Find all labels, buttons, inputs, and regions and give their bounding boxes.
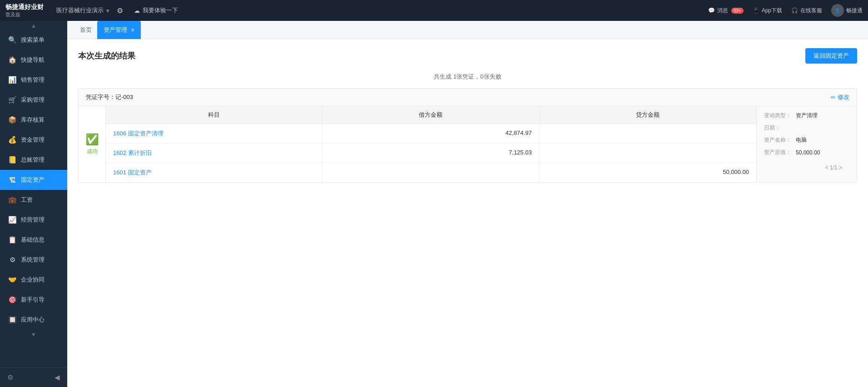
sidebar-settings-button[interactable]: ⚙ <box>7 373 13 382</box>
company-name: 医疗器械行业演示 <box>56 6 104 15</box>
system-icon: ⚙ <box>8 256 16 264</box>
date-row: 日期： <box>764 124 849 132</box>
message-button[interactable]: 💬 消息 99+ <box>708 7 744 15</box>
pagination[interactable]: < 1/1 > <box>764 161 849 174</box>
header-right: 💬 消息 99+ 📱 App下载 🎧 在线客服 👤 畅捷通 <box>708 4 863 17</box>
sidebar-scroll-up[interactable]: ▲ <box>0 21 67 30</box>
table-row: 1601 固定资产 50,000.00 <box>106 163 756 182</box>
voucher-body: ✅ 成功 科目 借方金额 贷方金额 <box>79 106 857 182</box>
sidebar-item-operations[interactable]: 📈 经营管理 <box>0 210 67 230</box>
page-title-row: 本次生成的结果 返回固定资产 <box>78 48 857 64</box>
sidebar-item-app-center[interactable]: 🔲 应用中心 <box>0 310 67 330</box>
sidebar: ▲ 🔍 搜索菜单 🏠 快捷导航 📊 销售管理 🛒 采购管理 📦 库存核算 💰 资… <box>0 21 67 387</box>
page-title: 本次生成的结果 <box>78 50 135 61</box>
voucher-table: 科目 借方金额 贷方金额 1606 固定资产清理 42,874.97 16 <box>106 106 757 182</box>
table-row: 1606 固定资产清理 42,874.97 <box>106 124 756 144</box>
change-type-value: 资产清理 <box>796 112 818 119</box>
col-subject: 科目 <box>106 106 322 124</box>
search-icon: 🔍 <box>8 36 16 44</box>
voucher-card: 凭证字号：记-003 ✏ 修改 ✅ 成功 <box>78 88 857 183</box>
service-icon: 🎧 <box>791 7 798 14</box>
sidebar-bottom: ⚙ ◀ <box>0 367 67 387</box>
sidebar-item-purchase[interactable]: 🛒 采购管理 <box>0 90 67 110</box>
payroll-icon: 💼 <box>8 196 16 204</box>
tab-bar: 首页 资产管理 × <box>67 21 868 39</box>
sidebar-item-sales[interactable]: 📊 销售管理 <box>0 70 67 90</box>
app-center-icon: 🔲 <box>8 316 16 324</box>
guide-icon: 🎯 <box>8 296 16 304</box>
edit-icon: ✏ <box>831 94 836 101</box>
success-area: ✅ 成功 <box>85 124 99 164</box>
return-button[interactable]: 返回固定资产 <box>805 48 857 64</box>
row3-subject[interactable]: 1601 固定资产 <box>106 163 322 182</box>
result-summary: 共生成 1张凭证，0张失败 <box>78 73 857 81</box>
app-download-button[interactable]: 📱 App下载 <box>753 7 782 15</box>
row1-debit: 42,874.97 <box>322 124 539 143</box>
asset-name-row: 资产名称： 电脑 <box>764 136 849 144</box>
avatar-icon: 👤 <box>834 8 841 14</box>
sidebar-item-basics[interactable]: 📋 基础信息 <box>0 230 67 250</box>
sidebar-item-inventory[interactable]: 📦 库存核算 <box>0 110 67 130</box>
company-selector[interactable]: 医疗器械行业演示 ▾ <box>56 6 109 15</box>
row2-debit: 7,125.03 <box>322 144 539 163</box>
tab-home[interactable]: 首页 <box>74 21 97 39</box>
col-credit: 贷方金额 <box>540 106 756 124</box>
trial-button[interactable]: ☁ 我要体验一下 <box>134 6 178 15</box>
tab-close-button[interactable]: × <box>131 27 134 33</box>
ledger-icon: 📒 <box>8 156 16 164</box>
sidebar-scroll-down[interactable]: ▼ <box>0 330 67 339</box>
sidebar-item-enterprise[interactable]: 🤝 企业协同 <box>0 270 67 290</box>
row1-subject[interactable]: 1606 固定资产清理 <box>106 124 322 143</box>
success-label: 成功 <box>87 148 98 155</box>
inventory-icon: 📦 <box>8 116 16 124</box>
row2-credit <box>540 144 756 163</box>
voucher-header: 凭证字号：记-003 ✏ 修改 <box>79 89 857 106</box>
asset-value-label: 资产原值： <box>764 149 796 156</box>
row2-subject[interactable]: 1602 累计折旧 <box>106 144 322 163</box>
purchase-icon: 🛒 <box>8 96 16 104</box>
sidebar-item-fixed-assets[interactable]: 🏗 固定资产 <box>0 170 67 190</box>
side-info-panel: 变动类型： 资产清理 日期： 资产名称： 电脑 资产原值： <box>757 106 857 182</box>
sidebar-item-payroll[interactable]: 💼 工资 <box>0 190 67 210</box>
user-menu[interactable]: 👤 畅捷通 <box>831 4 863 17</box>
page-content: 本次生成的结果 返回固定资产 共生成 1张凭证，0张失败 凭证字号：记-003 … <box>67 39 868 387</box>
voucher-number: 凭证字号：记-003 <box>86 93 133 101</box>
col-debit: 借方金额 <box>322 106 539 124</box>
asset-name-value: 电脑 <box>796 136 807 144</box>
logo: 畅捷通好业财 普及版 <box>5 3 44 18</box>
basics-icon: 📋 <box>8 236 16 244</box>
success-check-icon: ✅ <box>85 133 99 146</box>
content-area: 首页 资产管理 × 本次生成的结果 返回固定资产 共生成 1张凭证，0张失败 凭… <box>67 21 868 387</box>
header-left: 畅捷通好业财 普及版 医疗器械行业演示 ▾ ⚙ ☁ 我要体验一下 <box>5 3 178 18</box>
sidebar-item-search[interactable]: 🔍 搜索菜单 <box>0 30 67 50</box>
enterprise-icon: 🤝 <box>8 276 16 284</box>
sidebar-item-guide[interactable]: 🎯 新手引导 <box>0 290 67 310</box>
asset-name-label: 资产名称： <box>764 136 796 144</box>
voucher-status-col: ✅ 成功 <box>79 106 106 182</box>
sidebar-collapse-button[interactable]: ◀ <box>55 373 60 382</box>
finance-icon: 💰 <box>8 136 16 144</box>
edit-button[interactable]: ✏ 修改 <box>831 93 849 101</box>
row3-credit: 50,000.00 <box>540 163 756 182</box>
date-label: 日期： <box>764 124 796 132</box>
asset-value-value: 50,000.00 <box>796 149 820 156</box>
sales-icon: 📊 <box>8 76 16 84</box>
company-dropdown-icon: ▾ <box>106 7 109 14</box>
sidebar-item-finance[interactable]: 💰 资金管理 <box>0 130 67 150</box>
top-header: 畅捷通好业财 普及版 医疗器械行业演示 ▾ ⚙ ☁ 我要体验一下 💬 消息 99… <box>0 0 868 21</box>
sidebar-item-system[interactable]: ⚙ 系统管理 <box>0 250 67 270</box>
tab-asset-management[interactable]: 资产管理 × <box>97 21 141 39</box>
avatar: 👤 <box>831 4 844 17</box>
change-type-label: 变动类型： <box>764 112 796 119</box>
fixed-assets-icon: 🏗 <box>8 176 16 184</box>
settings-icon[interactable]: ⚙ <box>117 6 123 15</box>
row1-credit <box>540 124 756 143</box>
sidebar-item-quick-nav[interactable]: 🏠 快捷导航 <box>0 50 67 70</box>
message-icon: 💬 <box>708 7 715 14</box>
home-icon: 🏠 <box>8 56 16 64</box>
customer-service-button[interactable]: 🎧 在线客服 <box>791 7 822 15</box>
table-row: 1602 累计折旧 7,125.03 <box>106 144 756 163</box>
message-badge: 99+ <box>731 8 744 14</box>
sidebar-item-ledger[interactable]: 📒 总账管理 <box>0 150 67 170</box>
row3-debit <box>322 163 539 182</box>
